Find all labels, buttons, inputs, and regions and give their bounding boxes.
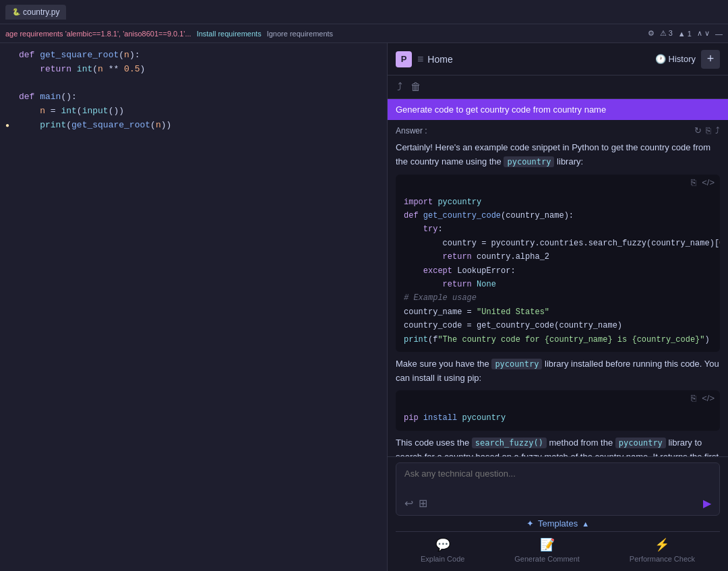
package-warning-text: age requirements 'alembic==1.8.1', 'anis… (5, 30, 191, 38)
code-line: return int(n ** 0.5) (0, 63, 387, 77)
bottom-actions: 💬 Explain Code 📝 Generate Comment ⚡ Perf… (396, 531, 720, 566)
errors-indicator: ⚠ 3 (660, 29, 673, 38)
performance-check-icon: ⚡ (655, 537, 669, 552)
query-bar: Generate code to get country code from c… (388, 99, 728, 120)
code-content: return int(n ** 0.5) (19, 63, 382, 77)
explanation2: method from the (549, 438, 613, 448)
ai-panel: P ≡ Home 🕐 History + ⤴ 🗑 Generate code t… (388, 43, 728, 571)
delete-button[interactable]: 🗑 (409, 80, 423, 94)
explanation-text: This code uses the search_fuzzy() method… (396, 436, 720, 456)
top-bar: 🐍 country.py (0, 0, 728, 24)
generate-comment-icon: 📝 (540, 537, 555, 552)
share-answer-button[interactable]: ⤴ (715, 125, 720, 136)
code-line: def get_square_root(n): (0, 49, 387, 63)
install-requirements-button[interactable]: Install requirements (197, 30, 262, 38)
chevrons[interactable]: ∧ ∨ (697, 29, 710, 38)
minimize-icon[interactable]: — (715, 30, 723, 38)
code-line: def main(): (0, 90, 387, 104)
refresh-button[interactable]: ↻ (694, 125, 702, 136)
home-label: Home (427, 54, 655, 65)
explain-code-icon: 💬 (435, 537, 450, 552)
pip-pre: pip install pycountry (396, 406, 720, 430)
insert-code-button[interactable]: ⊞ (419, 497, 427, 510)
code-content: print(get_square_root(n)) (19, 119, 382, 133)
search-fuzzy-inline: search_fuzzy() (472, 438, 547, 448)
install-note: Make sure you have the pycountry library… (396, 357, 720, 386)
answer-intro2: library: (557, 156, 583, 167)
gear-icon[interactable]: ⚙ (648, 29, 655, 38)
ai-content[interactable]: Generate code to get country code from c… (388, 99, 728, 456)
new-chat-button[interactable]: + (701, 50, 720, 69)
format-code-button[interactable]: </> (702, 177, 715, 187)
explain-code-button[interactable]: 💬 Explain Code (421, 537, 464, 563)
warnings-indicator: ▲ 1 (678, 30, 692, 38)
pycountry-inline3: pycountry (615, 438, 666, 448)
answer-icons: ↻ ⎘ ⤴ (694, 125, 720, 136)
explanation: This code uses the (396, 438, 469, 448)
copy-answer-button[interactable]: ⎘ (706, 125, 711, 136)
answer-label-row: Answer : ↻ ⎘ ⤴ (396, 125, 720, 136)
history-label: History (669, 54, 696, 64)
editor-panel: def get_square_root(n): return int(n ** … (0, 43, 388, 571)
python-icon: 🐍 (12, 8, 20, 16)
undo-button[interactable]: ↩ (404, 497, 413, 510)
send-button[interactable]: ▶ (703, 497, 711, 510)
code-area[interactable]: def get_square_root(n): return int(n ** … (0, 43, 387, 571)
pycountry-inline: pycountry (504, 156, 554, 167)
code-line: ● print(get_square_root(n)) (0, 119, 387, 133)
code-block-1: ⎘ </> import pycountry def get_country_c… (396, 175, 720, 352)
share-button[interactable]: ⤴ (396, 80, 404, 94)
code-line: n = int(input()) (0, 104, 387, 119)
code-content: def get_square_root(n): (19, 49, 382, 63)
code-content: n = int(input()) (19, 104, 382, 119)
answer-section: Answer : ↻ ⎘ ⤴ Certainly! Here's an exam… (388, 120, 728, 456)
ai-input-actions: ↩ ⊞ ▶ (404, 497, 711, 510)
chevron-up-icon: ▲ (582, 520, 589, 528)
templates-label: Templates (538, 518, 578, 529)
p-badge: P (396, 51, 412, 67)
code-line (0, 77, 387, 91)
history-icon: 🕐 (655, 54, 666, 64)
code-content: def main(): (19, 90, 382, 104)
ai-input-box: ↩ ⊞ ▶ (396, 462, 720, 516)
hamburger-icon[interactable]: ≡ (417, 53, 423, 65)
warning-bar: age requirements 'alembic==1.8.1', 'anis… (0, 24, 728, 43)
ai-input-field[interactable] (404, 469, 711, 490)
performance-check-button[interactable]: ⚡ Performance Check (630, 537, 695, 563)
ignore-requirements-button[interactable]: Ignore requirements (267, 30, 333, 38)
templates-icon: ✦ (526, 518, 534, 529)
format-pip-button[interactable]: </> (702, 393, 715, 403)
input-left-buttons: ↩ ⊞ (404, 497, 427, 510)
code-block-pip: ⎘ </> pip install pycountry (396, 390, 720, 430)
install-note-text: Make sure you have the (396, 359, 489, 369)
answer-text: Certainly! Here's an example code snippe… (396, 141, 720, 169)
ai-actions-bar: ⤴ 🗑 (388, 76, 728, 99)
main-layout: def get_square_root(n): return int(n ** … (0, 43, 728, 571)
pycountry-inline2: pycountry (491, 359, 542, 369)
code-pre: import pycountry def get_country_code(co… (396, 190, 720, 352)
ai-header: P ≡ Home 🕐 History + (388, 43, 728, 76)
tab-label: country.py (23, 7, 59, 17)
query-text: Generate code to get country code from c… (396, 104, 606, 115)
ai-input-area: ↩ ⊞ ▶ ✦ Templates ▲ 💬 Explain Code 📝 (388, 456, 728, 571)
generate-comment-button[interactable]: 📝 Generate Comment (514, 537, 580, 563)
code-block-header: ⎘ </> (396, 175, 720, 190)
code-content (19, 77, 382, 91)
answer-label-text: Answer : (396, 126, 427, 136)
generate-comment-label: Generate Comment (514, 555, 580, 563)
explain-code-label: Explain Code (421, 555, 464, 563)
history-button[interactable]: 🕐 History (655, 54, 696, 64)
code-block-pip-header: ⎘ </> (396, 390, 720, 406)
line-indicator: ● (5, 119, 19, 133)
templates-bar[interactable]: ✦ Templates ▲ (396, 516, 720, 531)
copy-pip-button[interactable]: ⎘ (691, 393, 696, 403)
copy-code-button[interactable]: ⎘ (691, 177, 696, 187)
performance-check-label: Performance Check (630, 555, 695, 563)
tab[interactable]: 🐍 country.py (5, 5, 66, 20)
